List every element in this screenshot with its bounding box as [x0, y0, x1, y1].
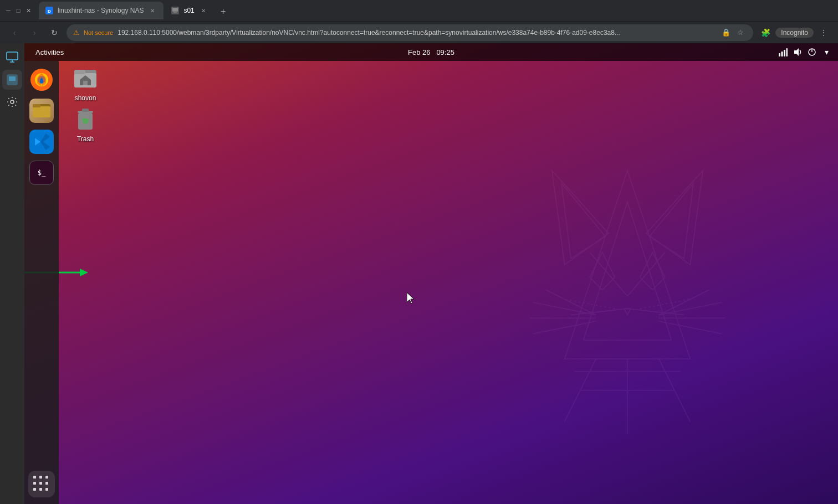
tab-s01[interactable]: s01 ✕ [165, 2, 214, 19]
svg-point-10 [11, 100, 14, 104]
dock-apps-button[interactable] [28, 471, 55, 497]
dock-vscode[interactable] [28, 128, 55, 155]
svg-rect-53 [33, 104, 40, 107]
dot6 [45, 482, 48, 485]
apps-grid-icon [28, 471, 55, 497]
svg-marker-14 [584, 202, 672, 340]
apps-dots [33, 476, 50, 492]
browser-actions: 🧩 Incognito ⋮ [758, 25, 831, 40]
tab2-favicon [171, 7, 179, 14]
home-icon-label: shovon [75, 94, 96, 102]
vnc-area[interactable]: Activities Feb 26 09:25 [24, 43, 838, 504]
back-button[interactable]: ‹ [7, 25, 22, 40]
svg-marker-45 [794, 48, 799, 56]
svg-marker-13 [565, 171, 691, 359]
dock-files[interactable] [28, 97, 55, 124]
address-bar: ‹ › ↻ ⚠ Not secure 192.168.0.110:5000/we… [0, 21, 838, 43]
svg-marker-62 [407, 292, 414, 304]
tab1-label: linuxhint-nas - Synology NAS [58, 7, 144, 14]
trash-icon: ♻ [72, 106, 99, 133]
tab1-favicon: D [45, 7, 53, 14]
content-area: Activities Feb 26 09:25 [0, 43, 838, 504]
extensions-button[interactable]: 🧩 [758, 25, 773, 40]
svg-marker-18 [650, 183, 693, 259]
dot1 [33, 476, 36, 479]
svg-marker-12 [80, 269, 88, 276]
desktop-icon-home[interactable]: shovon [63, 65, 108, 102]
trash-icon-label: Trash [77, 135, 94, 143]
terminal-symbol: $_ [38, 169, 45, 177]
svg-rect-59 [82, 109, 89, 112]
synology-screen-icon[interactable] [2, 70, 22, 90]
url-bar[interactable]: ⚠ Not secure 192.168.0.110:5000/webman/3… [67, 24, 753, 41]
svg-line-28 [659, 321, 722, 334]
tab2-close[interactable]: ✕ [199, 6, 208, 15]
synology-monitor-icon[interactable] [2, 48, 22, 68]
tab2-label: s01 [183, 7, 194, 14]
svg-rect-43 [784, 50, 785, 56]
minimize-button[interactable]: ─ [4, 7, 12, 14]
vscode-icon [29, 130, 54, 154]
synology-sidebar [0, 43, 24, 504]
dot5 [39, 482, 42, 485]
forward-button[interactable]: › [27, 25, 42, 40]
system-menu-icon[interactable]: ▾ [821, 47, 831, 57]
ubuntu-desktop: Activities Feb 26 09:25 [24, 43, 838, 504]
gnome-clock[interactable]: Feb 26 09:25 [408, 48, 454, 56]
desktop-icon-trash[interactable]: ♻ Trash [63, 106, 108, 143]
home-folder-icon [72, 65, 99, 92]
gnome-date: Feb 26 [408, 48, 430, 56]
svg-rect-5 [7, 52, 18, 60]
svg-rect-9 [9, 76, 16, 81]
url-text: 192.168.0.110:5000/webman/3rdparty/Virtu… [117, 29, 716, 37]
svg-rect-3 [172, 8, 178, 12]
dot9 [45, 488, 48, 491]
tab1-close[interactable]: ✕ [148, 6, 157, 15]
dot3 [45, 476, 48, 479]
svg-rect-4 [173, 12, 177, 13]
menu-button[interactable]: ⋮ [816, 25, 831, 40]
network-icon[interactable] [778, 47, 788, 57]
tab-bar: D linuxhint-nas - Synology NAS ✕ s01 ✕ [39, 2, 834, 19]
power-icon[interactable] [807, 47, 817, 57]
dot8 [39, 488, 42, 491]
security-warning-icon: ⚠ [73, 29, 79, 37]
profile-badge[interactable]: Incognito [775, 28, 814, 38]
lock-icon[interactable]: 🔒 [720, 27, 732, 39]
window-controls: ─ □ ✕ [4, 7, 32, 14]
svg-line-29 [659, 290, 709, 315]
svg-rect-57 [83, 81, 88, 85]
dock-terminal[interactable]: $_ [28, 160, 55, 186]
activities-button[interactable]: Activities [31, 48, 68, 56]
url-action-icons: 🔒 ☆ [720, 27, 747, 39]
cat-background [461, 76, 794, 453]
svg-line-39 [565, 299, 615, 308]
dot4 [33, 482, 36, 485]
gnome-tray: ▾ [778, 47, 831, 57]
svg-line-35 [590, 252, 627, 296]
maximize-button[interactable]: □ [14, 7, 22, 14]
svg-text:♻: ♻ [82, 117, 89, 126]
dot2 [39, 476, 42, 479]
security-warning-text: Not secure [84, 29, 113, 36]
svg-rect-44 [786, 48, 788, 56]
terminal-icon: $_ [29, 161, 54, 185]
svg-rect-52 [33, 106, 50, 117]
reload-button[interactable]: ↻ [47, 25, 62, 40]
gnome-dock: $_ [24, 61, 59, 504]
synology-settings-icon[interactable] [2, 92, 22, 112]
close-button[interactable]: ✕ [24, 7, 32, 14]
bookmark-icon[interactable]: ☆ [734, 27, 747, 39]
svg-rect-42 [781, 52, 783, 56]
tab-linuxhint[interactable]: D linuxhint-nas - Synology NAS ✕ [39, 2, 163, 19]
volume-icon[interactable] [793, 47, 803, 57]
svg-marker-16 [561, 183, 605, 259]
svg-line-25 [546, 290, 596, 315]
svg-marker-21 [624, 308, 630, 315]
svg-text:D: D [48, 9, 51, 14]
svg-marker-17 [646, 171, 703, 265]
files-icon [29, 99, 54, 123]
new-tab-button[interactable]: + [216, 4, 231, 19]
dock-firefox[interactable] [28, 66, 55, 93]
svg-marker-15 [552, 171, 609, 265]
